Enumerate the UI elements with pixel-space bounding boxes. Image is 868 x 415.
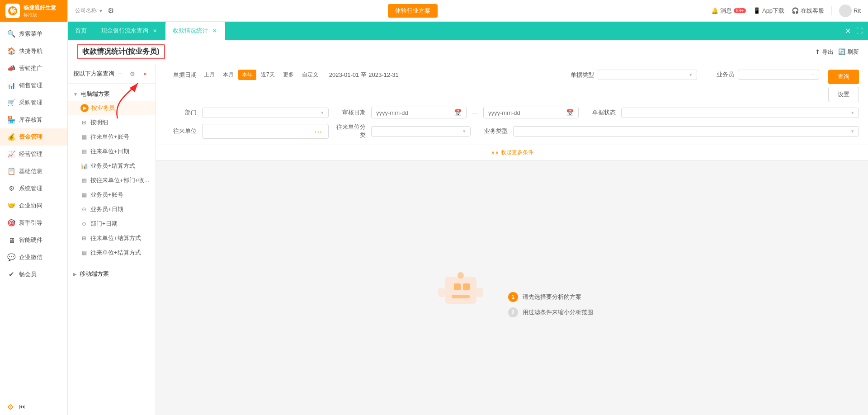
svg-rect-8 (438, 288, 445, 297)
expand-tabs-icon[interactable]: ⛶ (856, 27, 863, 34)
sidebar-item-basic-info[interactable]: 📋 基础信息 (0, 163, 67, 180)
divider (831, 6, 832, 15)
refresh-button[interactable]: 🔄 刷新 (838, 48, 859, 56)
scheme-item-partner-date[interactable]: ▦ 往来单位+日期 (68, 144, 156, 159)
biz-type-select[interactable]: ▾ (513, 126, 859, 137)
collapse-filter-bar[interactable]: ∧∧ 收起更多条件 (156, 145, 868, 160)
scheme-item-partner-dept[interactable]: ▦ 按往来单位+部门+收... (68, 173, 156, 188)
scheme-item-salesman-account[interactable]: ▦ 业务员+账号 (68, 188, 156, 202)
scheme-item-partner-settlement2[interactable]: ▦ 往来单位+结算方式 (68, 245, 156, 260)
page-header: 收款情况统计(按业务员) ⬆ 导出 🔄 刷新 (68, 40, 868, 64)
partner-category-select[interactable]: ▾ (371, 126, 471, 137)
biz-type-label: 业务类型 (476, 127, 508, 135)
tab-home[interactable]: 首页 (68, 22, 94, 40)
scheme-item-salesman-settlement[interactable]: 📊 业务员+结算方式 (68, 159, 156, 173)
scheme-settings-icon[interactable]: ⚙ (127, 69, 137, 79)
sidebar: 畅 畅捷通好生意 标准版 🔍 搜索菜单 🏠 快捷导航 📣 营销推广 📊 (0, 0, 68, 415)
partner-label: 往来单位 (165, 127, 197, 135)
sidebar-item-vip[interactable]: ✔ 畅会员 (0, 266, 67, 283)
audit-date-to-input[interactable]: 📅 (483, 107, 579, 118)
doc-status-label: 单据状态 (584, 108, 616, 117)
online-service-button[interactable]: 🎧 在线客服 (792, 7, 824, 15)
topbar-settings-icon[interactable]: ⚙ (108, 6, 114, 15)
tab-close-bank-flow[interactable]: ✕ (151, 27, 158, 34)
download-icon: 📱 (753, 7, 760, 14)
right-content: 单据日期 上月 本月 本年 近7天 更多 自定义 (156, 64, 868, 415)
main-area: 公司名称 ▾ ⚙ 体验行业方案 🔔 消息 99+ 📱 App下载 (68, 0, 868, 415)
audit-date-from-input[interactable]: 📅 (371, 107, 467, 118)
scheme-item-by-salesman[interactable]: ▶ 按业务员 (68, 101, 156, 115)
doc-type-label: 单据类型 (562, 71, 594, 79)
mobile-group-label: 移动端方案 (80, 270, 109, 278)
scheme-item-dept-date[interactable]: ⊙ 部门+日期 (68, 217, 156, 231)
scheme-item-partner-settlement1[interactable]: ⊞ 往来单位+结算方式 (68, 231, 156, 245)
audit-date-label: 审核日期 (334, 108, 366, 117)
home-icon: 🏠 (7, 47, 15, 55)
doc-type-select[interactable]: ▾ (598, 70, 697, 80)
sidebar-item-search[interactable]: 🔍 搜索菜单 (0, 25, 67, 42)
filter-settings-button[interactable]: 设置 (828, 87, 859, 102)
logo-icon: 畅 (5, 4, 20, 18)
doc-status-select[interactable]: ▾ (621, 108, 859, 118)
scheme-experience-button[interactable]: 体验行业方案 (388, 4, 438, 18)
sidebar-item-sales[interactable]: 📊 销售管理 (0, 77, 67, 94)
partner-date-icon: ▦ (80, 148, 88, 155)
salesman-select[interactable]: ··· (738, 70, 819, 80)
date-preset-7days[interactable]: 近7天 (257, 70, 278, 80)
settings-footer-icon[interactable]: ⚙ (7, 403, 14, 411)
app-download-button[interactable]: 📱 App下载 (753, 7, 784, 15)
doc-status-arrow-icon: ▾ (851, 110, 854, 116)
sidebar-item-system[interactable]: ⚙ 系统管理 (0, 180, 67, 197)
step-text-1: 请先选择要分析的方案 (523, 293, 581, 301)
salesman-active-icon: ▶ (80, 104, 89, 112)
tabbar: 首页 现金银行流水查询 ✕ 收款情况统计 ✕ ✕ ⛶ (68, 22, 868, 40)
left-panel-title: 按以下方案查询 (73, 70, 114, 78)
export-button[interactable]: ⬆ 导出 (815, 48, 834, 56)
empty-state-area: 1 请先选择要分析的方案 2 用过滤条件来缩小分析范围 (156, 160, 868, 415)
left-panel-header: 按以下方案查询 ＋ ⚙ « (68, 64, 156, 84)
sidebar-item-newbie[interactable]: 🎯 新手引导 (0, 214, 67, 231)
sidebar-item-wechat[interactable]: 💬 企业微信 (0, 249, 67, 266)
date-preset-more[interactable]: 更多 (279, 70, 297, 80)
date-preset-last-month[interactable]: 上月 (200, 70, 218, 80)
add-scheme-icon[interactable]: ＋ (115, 69, 125, 79)
sidebar-item-shortcut[interactable]: 🏠 快捷导航 (0, 42, 67, 60)
date-preset-custom[interactable]: 自定义 (298, 70, 322, 80)
scheme-group-mobile-header[interactable]: ▶ 移动端方案 (68, 267, 156, 281)
finance-icon: 💰 (7, 133, 15, 141)
sidebar-item-smart-hw[interactable]: 🖥 智能硬件 (0, 231, 67, 249)
scheme-item-partner-account[interactable]: ▦ 往来单位+账号 (68, 130, 156, 144)
close-all-tabs-icon[interactable]: ✕ (845, 27, 851, 35)
date-preset-this-year[interactable]: 本年 (238, 70, 256, 80)
collapse-sidebar-icon[interactable]: ⏮ (19, 403, 25, 411)
sidebar-item-finance[interactable]: 💰 资金管理 (0, 128, 67, 146)
query-button[interactable]: 查询 (828, 70, 859, 84)
sidebar-item-marketing[interactable]: 📣 营销推广 (0, 60, 67, 77)
date-preset-this-month[interactable]: 本月 (219, 70, 237, 80)
tab-receipts-stats[interactable]: 收款情况统计 ✕ (165, 22, 225, 40)
tab-close-receipts-stats[interactable]: ✕ (211, 27, 218, 34)
sidebar-item-purchase[interactable]: 🛒 采购管理 (0, 94, 67, 111)
page-actions: ⬆ 导出 🔄 刷新 (815, 48, 859, 56)
collapse-panel-icon[interactable]: « (140, 69, 150, 79)
sidebar-item-enterprise[interactable]: 🤝 企业协同 (0, 197, 67, 214)
sidebar-item-inventory[interactable]: 🏪 库存核算 (0, 111, 67, 128)
logo-text: 畅捷通好生意 标准版 (24, 4, 56, 18)
messages-button[interactable]: 🔔 消息 99+ (711, 7, 746, 15)
scheme-group-desktop-header[interactable]: ▼ 电脑端方案 (68, 87, 156, 101)
user-profile[interactable]: Rit (839, 5, 861, 17)
svg-rect-4 (454, 283, 461, 290)
hardware-icon: 🖥 (7, 236, 15, 244)
enterprise-icon: 🤝 (7, 202, 15, 210)
dept-select[interactable]: ▾ (202, 108, 329, 118)
group-expand-arrow: ▼ (73, 92, 78, 97)
partner-select[interactable]: ··· (202, 124, 329, 139)
tab-bank-flow[interactable]: 现金银行流水查询 ✕ (94, 22, 165, 40)
scheme-item-salesman-date[interactable]: ⊙ 业务员+日期 (68, 202, 156, 217)
scheme-item-by-detail[interactable]: ⊞ 按明细 (68, 115, 156, 130)
tabbar-right-controls: ✕ ⛶ (845, 27, 868, 35)
sidebar-footer: ⚙ ⏮ (0, 399, 67, 415)
wechat-icon: 💬 (7, 253, 15, 261)
sidebar-item-operations[interactable]: 📈 经营管理 (0, 146, 67, 163)
date-separator: — (472, 109, 478, 116)
